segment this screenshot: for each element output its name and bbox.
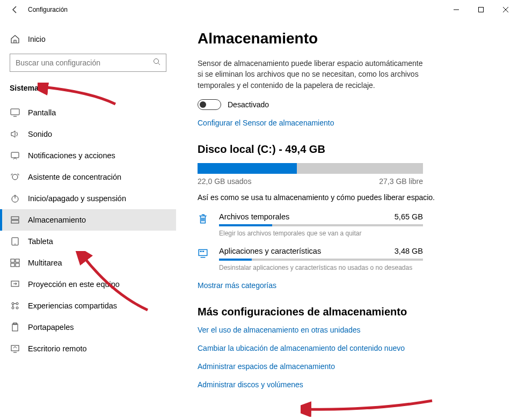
- category-bar: [219, 259, 423, 261]
- nav-item-multitarea[interactable]: Multitarea: [0, 252, 176, 274]
- disk-free-label: 27,3 GB libre: [379, 177, 423, 186]
- nav-item-asistente-de-concentraci-n[interactable]: Asistente de concentración: [0, 166, 176, 188]
- svg-point-9: [12, 174, 18, 180]
- content-panel: Almacenamiento Sensor de almacenamiento …: [176, 19, 518, 420]
- power-icon: [10, 194, 20, 203]
- storage-sense-toggle[interactable]: [198, 99, 221, 110]
- svg-point-15: [14, 244, 16, 245]
- category-size: 5,65 GB: [395, 212, 423, 221]
- svg-rect-16: [11, 259, 14, 262]
- nav-item-almacenamiento[interactable]: Almacenamiento: [0, 209, 176, 231]
- configure-sense-link[interactable]: Configurar el Sensor de almacenamiento: [198, 119, 497, 127]
- notifications-icon: [10, 151, 20, 160]
- nav-item-proyecci-n-en-este-equipo[interactable]: Proyección en este equipo: [0, 274, 176, 295]
- window-controls: [444, 0, 518, 19]
- nav-item-notificaciones-y-acciones[interactable]: Notificaciones y acciones: [0, 145, 176, 166]
- toggle-state-label: Desactivado: [228, 100, 269, 109]
- svg-point-4: [154, 59, 159, 64]
- focus-icon: [10, 172, 20, 182]
- storage-icon: [10, 215, 20, 225]
- nav-item-label: Sonido: [28, 130, 52, 138]
- show-more-categories-link[interactable]: Mostrar más categorías: [198, 281, 497, 290]
- svg-rect-13: [11, 220, 19, 223]
- search-box[interactable]: [10, 54, 166, 72]
- more-settings-link-1[interactable]: Cambiar la ubicación de almacenamiento d…: [198, 344, 497, 352]
- more-settings-heading: Más configuraciones de almacenamiento: [198, 306, 497, 318]
- nav-item-label: Asistente de concentración: [28, 173, 121, 181]
- home-label: Inicio: [28, 35, 46, 43]
- more-settings-link-0[interactable]: Ver el uso de almacenamiento en otras un…: [198, 326, 497, 334]
- apps-icon: [198, 248, 210, 261]
- svg-line-5: [158, 63, 160, 65]
- nav-item-tableta[interactable]: Tableta: [0, 231, 176, 252]
- close-icon: [503, 7, 508, 12]
- nav-item-label: Pantalla: [28, 108, 56, 117]
- titlebar: Configuración: [0, 0, 518, 19]
- svg-point-24: [16, 307, 18, 309]
- remote-icon: [10, 344, 20, 353]
- disk-title: Disco local (C:) - 49,4 GB: [198, 143, 497, 156]
- nav-item-label: Multitarea: [28, 259, 62, 267]
- section-label: Sistema: [0, 84, 176, 92]
- back-button[interactable]: [4, 0, 26, 19]
- nav-item-escritorio-remoto[interactable]: Escritorio remoto: [0, 338, 176, 359]
- clipboard-icon: [10, 322, 20, 332]
- svg-rect-8: [11, 152, 19, 158]
- nav-item-label: Notificaciones y acciones: [28, 151, 115, 160]
- window-title: Configuración: [28, 6, 68, 13]
- nav-item-label: Proyección en este equipo: [28, 280, 120, 289]
- disk-used-label: 22,0 GB usados: [198, 177, 251, 186]
- close-button[interactable]: [493, 0, 518, 19]
- svg-rect-33: [202, 250, 204, 252]
- storage-sense-desc: Sensor de almacenamiento puede liberar e…: [198, 58, 428, 91]
- svg-rect-18: [11, 263, 14, 267]
- minimize-button[interactable]: [444, 0, 469, 19]
- svg-rect-27: [12, 324, 18, 331]
- nav-item-experiencias-compartidas[interactable]: Experiencias compartidas: [0, 295, 176, 316]
- nav-item-sonido[interactable]: Sonido: [0, 123, 176, 145]
- storage-category[interactable]: Aplicaciones y características3,48 GBDes…: [198, 247, 423, 271]
- trash-icon: [198, 213, 210, 226]
- sound-icon: [10, 129, 20, 139]
- page-heading: Almacenamiento: [198, 30, 497, 47]
- arrow-left-icon: [11, 5, 19, 14]
- home-button[interactable]: Inicio: [0, 30, 176, 48]
- svg-rect-6: [11, 109, 19, 115]
- svg-point-21: [12, 303, 14, 305]
- nav-item-label: Experiencias compartidas: [28, 301, 117, 310]
- display-icon: [10, 108, 20, 117]
- nav-item-label: Inicio/apagado y suspensión: [28, 194, 126, 203]
- maximize-icon: [478, 7, 484, 12]
- svg-rect-31: [199, 249, 207, 255]
- category-hint: Desinstalar aplicaciones y característic…: [219, 264, 423, 271]
- maximize-button[interactable]: [469, 0, 493, 19]
- shared-icon: [10, 301, 20, 311]
- home-icon: [10, 34, 20, 44]
- project-icon: [10, 279, 20, 289]
- nav-item-pantalla[interactable]: Pantalla: [0, 102, 176, 123]
- storage-category[interactable]: Archivos temporales5,65 GBElegir los arc…: [198, 212, 423, 237]
- sidebar: Inicio Sistema PantallaSonidoNotificacio…: [0, 19, 176, 420]
- nav-item-inicio-apagado-y-suspensi-n[interactable]: Inicio/apagado y suspensión: [0, 188, 176, 209]
- minimize-icon: [454, 7, 459, 12]
- multitask-icon: [10, 258, 20, 268]
- svg-point-22: [16, 303, 18, 305]
- nav-item-portapapeles[interactable]: Portapapeles: [0, 316, 176, 338]
- tablet-icon: [10, 237, 20, 246]
- svg-rect-32: [200, 250, 201, 252]
- more-settings-link-2[interactable]: Administrar espacios de almacenamiento: [198, 362, 497, 371]
- category-name: Aplicaciones y características: [219, 247, 321, 255]
- category-name: Archivos temporales: [219, 212, 289, 221]
- category-bar: [219, 224, 423, 226]
- svg-rect-12: [11, 217, 19, 219]
- nav-item-label: Tableta: [28, 237, 53, 246]
- disk-usage-bar: [198, 163, 423, 174]
- category-hint: Elegir los archivos temporales que se va…: [219, 230, 423, 237]
- nav-item-label: Almacenamiento: [28, 216, 86, 224]
- nav-item-label: Escritorio remoto: [28, 344, 87, 353]
- search-input[interactable]: [16, 58, 153, 67]
- more-settings-link-3[interactable]: Administrar discos y volúmenes: [198, 380, 497, 389]
- disk-desc: Así es como se usa tu almacenamiento y c…: [198, 193, 497, 202]
- category-size: 3,48 GB: [395, 247, 423, 255]
- svg-rect-17: [16, 259, 19, 262]
